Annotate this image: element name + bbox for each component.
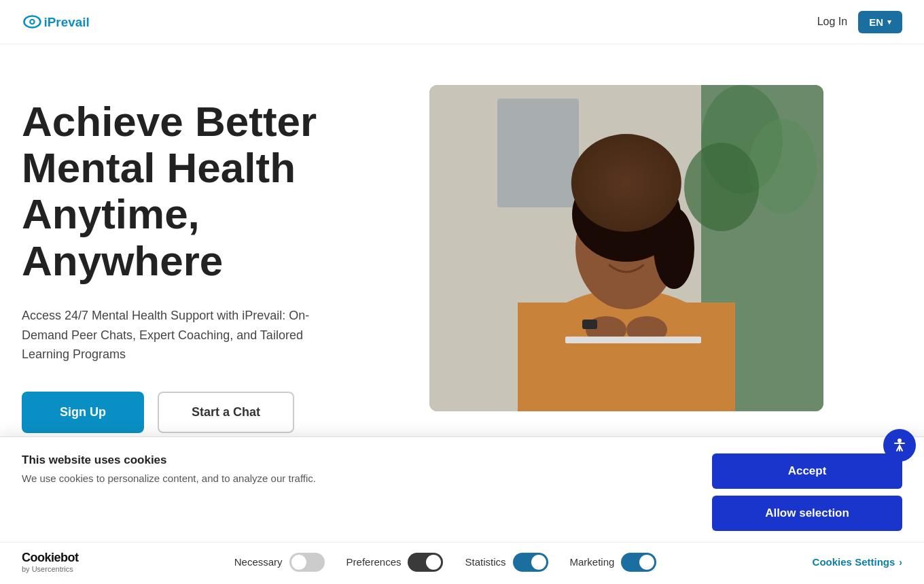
cookie-title: This website uses cookies [22,453,696,460]
signup-button[interactable]: Sign Up [22,392,144,433]
accessibility-button[interactable] [883,429,916,460]
lang-label: EN [869,16,883,28]
hero-buttons: Sign Up Start a Chat [22,392,402,433]
hero-image [429,85,823,411]
hero-description: Access 24/7 Mental Health Support with i… [22,306,348,364]
accept-button[interactable]: Accept [712,453,902,460]
language-button[interactable]: EN ▾ [858,11,902,33]
svg-text:iPrevail: iPrevail [44,15,90,29]
svg-rect-9 [497,99,579,207]
svg-point-8 [684,143,759,231]
header: iPrevail Log In EN ▾ [0,0,924,44]
svg-rect-18 [582,320,597,329]
svg-point-14 [654,207,694,289]
hero-title: Achieve Better Mental Health Anytime, An… [22,99,402,284]
login-link[interactable]: Log In [817,16,847,28]
svg-point-2 [31,20,33,23]
hero-photo [429,85,823,411]
chevron-down-icon: ▾ [887,18,891,27]
hero-section: Achieve Better Mental Health Anytime, An… [0,44,924,460]
cookie-banner: This website uses cookies We use cookies… [0,436,924,460]
svg-rect-17 [565,337,701,343]
svg-point-7 [749,119,817,214]
cookie-top: This website uses cookies We use cookies… [0,437,924,460]
start-chat-button[interactable]: Start a Chat [158,392,294,433]
svg-rect-11 [518,303,735,411]
header-right: Log In EN ▾ [817,11,902,33]
svg-point-19 [898,439,902,443]
hero-content: Achieve Better Mental Health Anytime, An… [22,85,402,433]
cookie-text-area: This website uses cookies We use cookies… [22,453,696,460]
cookie-buttons: Accept Allow selection [712,453,902,460]
logo[interactable]: iPrevail [22,8,103,35]
